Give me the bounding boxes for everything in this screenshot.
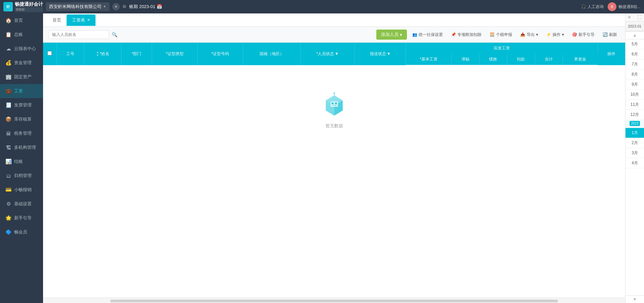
month-item-2022-05[interactable]: 5月	[626, 39, 644, 49]
company-selector[interactable]: 西安虾米网络科技有限公司 ▼	[46, 2, 110, 11]
sidebar-item-member[interactable]: 🔷 畅会员	[0, 225, 43, 239]
guide-button[interactable]: 🎯 新手引导	[569, 31, 597, 39]
report-status-header: 报送状态	[370, 51, 386, 57]
tab-close-icon[interactable]: ✕	[87, 18, 90, 22]
month-item-2022-10[interactable]: 10月	[626, 90, 644, 100]
operation-header: 操作	[607, 51, 615, 56]
department-header: *部门	[132, 51, 142, 56]
refresh-button[interactable]: 🔄 刷新	[600, 31, 620, 39]
sidebar-item-archive[interactable]: 🗂 归档管理	[0, 169, 43, 183]
sidebar-label-home: 首页	[14, 17, 23, 24]
social-settings-button[interactable]: 👥 统一社保设置	[410, 31, 446, 39]
calendar-icon[interactable]: 📅	[157, 4, 162, 9]
sidebar-item-multi[interactable]: 🏗 多机构管理	[0, 140, 43, 155]
app-logo-icon: 好	[3, 2, 13, 11]
social-icon: 👥	[412, 32, 417, 37]
empty-state: 暂无数据	[43, 65, 625, 156]
guide-label: 新手引导	[578, 32, 595, 38]
nationality-column: 国籍（地区）	[243, 43, 300, 65]
month-item-2022-08[interactable]: 8月	[626, 70, 644, 80]
panel-top-actions: ✕ ⛶	[626, 13, 644, 21]
month-label: 5月	[632, 42, 638, 46]
export-button[interactable]: 📤 导出 ▾	[518, 31, 541, 39]
user-name: 畅捷通B组...	[618, 4, 641, 10]
sidebar-item-home[interactable]: 🏠 首页	[0, 13, 43, 28]
month-item-2022-09[interactable]: 9月	[626, 80, 644, 90]
export-label: 导出	[527, 32, 535, 38]
bottom-scrollbar[interactable]	[43, 298, 625, 303]
home-icon: 🏠	[5, 17, 11, 24]
service-button[interactable]: 🎧 人工咨询	[581, 4, 604, 10]
status-filter-icon[interactable]: ▼	[335, 51, 339, 56]
tax-report-button[interactable]: 🧮 个税申报	[487, 31, 515, 39]
month-item-2023-01[interactable]: 1月	[626, 128, 644, 138]
month-item-2023-02[interactable]: 2月	[626, 138, 644, 148]
nationality-header: 国籍（地区）	[260, 51, 284, 56]
deduction-label: 专项附加扣除	[457, 32, 482, 38]
operation-button[interactable]: ⚡ 操作 ▾	[543, 31, 567, 39]
month-item-2023-03[interactable]: 3月	[626, 148, 644, 158]
add-person-button[interactable]: 添加人员 ▾	[376, 30, 407, 40]
year-badge: 2023	[630, 121, 640, 126]
sidebar-label-multi: 多机构管理	[14, 144, 36, 150]
scroll-track[interactable]	[110, 300, 558, 302]
sidebar-item-settle[interactable]: 📊 结账	[0, 155, 43, 169]
month-item-2023-04[interactable]: 4月	[626, 158, 644, 168]
main-layout: 🏠 首页 📋 总账 ☁ 云报表中心 💰 资金管理 🏢 固定资产 💼 工资 🧾 发…	[0, 13, 644, 303]
search-icon[interactable]: 🔍	[112, 32, 117, 37]
tab-home-label: 首页	[52, 17, 61, 23]
app-badge: 旗舰版	[15, 7, 43, 12]
settings-icon[interactable]: ⚙	[122, 4, 126, 9]
month-item-2022-06[interactable]: 6月	[626, 49, 644, 59]
pension-column: 养老金	[563, 54, 598, 65]
sidebar-label-settings: 基础设置	[14, 201, 32, 207]
month-label: 8月	[632, 72, 638, 77]
select-all-checkbox[interactable]	[47, 51, 52, 55]
tax-icon: 🏛	[5, 131, 11, 136]
report-filter-icon[interactable]: ▼	[387, 51, 391, 56]
cloud-icon: ☁	[5, 46, 11, 52]
sidebar-item-ledger[interactable]: 📋 总账	[0, 28, 43, 42]
sidebar-item-settings[interactable]: ⚙ 基础设置	[0, 197, 43, 211]
add-company-button[interactable]: +	[112, 3, 120, 10]
sidebar-item-report[interactable]: ☁ 云报表中心	[0, 42, 43, 56]
month-label: 3月	[632, 150, 638, 155]
sidebar-item-guide[interactable]: 🌟 新手引导	[0, 211, 43, 225]
export-dropdown-icon: ▾	[536, 32, 538, 37]
panel-close-icon[interactable]: ✕	[628, 15, 631, 20]
archive-icon: 🗂	[5, 173, 11, 179]
month-scroll-down-button[interactable]: ▼	[626, 295, 644, 303]
basic-wage-header: *基本工资	[420, 57, 438, 61]
guide-icon: 🌟	[5, 215, 11, 221]
name-sort-icon: ▲▼	[96, 51, 99, 57]
sidebar-item-fund[interactable]: 💰 资金管理	[0, 56, 43, 70]
month-item-2022-11[interactable]: 11月	[626, 100, 644, 110]
department-column: *部门	[121, 43, 152, 65]
sidebar-item-invoice[interactable]: 🧾 发票管理	[0, 98, 43, 112]
month-scroll-up-button[interactable]: ▲	[626, 31, 644, 39]
salary-icon: 💼	[5, 88, 11, 94]
sidebar-item-salary[interactable]: 💼 工资	[0, 84, 43, 98]
month-label: 9月	[632, 82, 638, 87]
panel-expand-icon[interactable]: ⛶	[638, 15, 642, 20]
refresh-label: 刷新	[609, 32, 617, 38]
sidebar-item-inventory[interactable]: 📦 库存核算	[0, 112, 43, 126]
company-dropdown-icon: ▼	[103, 5, 106, 8]
tab-home[interactable]: 首页	[47, 14, 67, 26]
sidebar-item-tax[interactable]: 🏛 税务管理	[0, 126, 43, 140]
deduction-button[interactable]: 📌 专项附加扣除	[448, 31, 484, 39]
search-input[interactable]	[48, 30, 109, 39]
sidebar-label-report: 云报表中心	[14, 46, 36, 52]
empty-svg	[321, 92, 348, 119]
month-item-2022-12[interactable]: 12月	[626, 110, 644, 120]
sidebar-item-asset[interactable]: 🏢 固定资产	[0, 70, 43, 84]
sidebar-item-expense[interactable]: 💳 小畅报销	[0, 183, 43, 197]
user-area[interactable]: B 畅捷通B组...	[608, 2, 641, 11]
allowance-header: 津贴	[461, 57, 469, 61]
tab-salary-table[interactable]: 工资表 ✕	[67, 14, 96, 26]
operation-label: 操作	[553, 32, 561, 38]
month-item-2022-07[interactable]: 7月	[626, 59, 644, 70]
operation-column: 操作	[598, 43, 625, 65]
total-column: 合计	[535, 54, 563, 65]
period-value: 2023-01	[139, 4, 155, 9]
